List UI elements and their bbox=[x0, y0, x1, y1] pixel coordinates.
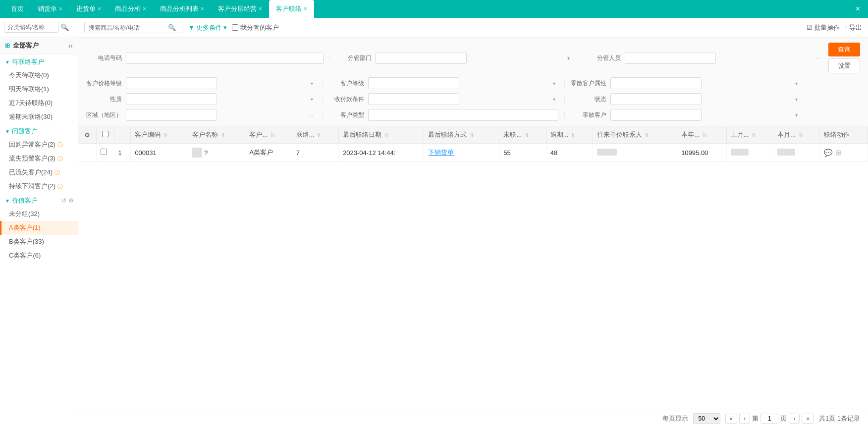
sidebar-item-class-b[interactable]: B类客户(33) bbox=[0, 235, 78, 249]
first-page-button[interactable]: « bbox=[725, 414, 738, 424]
export-button[interactable]: ↑ 导出 bbox=[845, 23, 863, 32]
sort-last-contact-date: ⇅ bbox=[384, 132, 388, 138]
value-customers-refresh-icon[interactable]: ↺ bbox=[61, 197, 66, 204]
th-last-month[interactable]: 上月... ⇅ bbox=[726, 126, 773, 144]
warn-icon-repurchase: ⓘ bbox=[57, 141, 63, 149]
filter-cell-customer-type: 客户类型 bbox=[328, 109, 558, 121]
filter-select-region[interactable] bbox=[126, 109, 217, 121]
chevron-payment-icon: ▾ bbox=[553, 97, 555, 102]
filter-input-customer-type[interactable] bbox=[368, 109, 558, 121]
filter-select-customer-level[interactable] bbox=[368, 77, 459, 89]
customer-avatar bbox=[192, 148, 202, 158]
td-category: A类客户 bbox=[245, 144, 292, 162]
th-unit-contact[interactable]: 往来单位联系人 ⇅ bbox=[593, 126, 677, 144]
query-button[interactable]: 查询 bbox=[828, 43, 860, 56]
th-last-contact-method[interactable]: 最后联络方式 ⇅ bbox=[424, 126, 499, 144]
my-customers-checkbox-label[interactable]: 我分管的客户 bbox=[232, 23, 279, 32]
warn-icon-lost: ⓘ bbox=[54, 169, 60, 176]
sidebar-item-lost[interactable]: 已流失客户(24) ⓘ bbox=[0, 165, 78, 179]
close-goods-analysis-tab[interactable]: × bbox=[143, 5, 146, 12]
th-this-month[interactable]: 本月... ⇅ bbox=[773, 126, 820, 144]
window-close-button[interactable]: × bbox=[852, 4, 864, 13]
close-goods-analysis-list-tab[interactable]: × bbox=[201, 5, 204, 12]
sidebar-item-unclassified[interactable]: 未分组(32) bbox=[0, 207, 78, 221]
problem-customers-arrow: ▼ bbox=[5, 129, 10, 134]
filter-select-nature[interactable] bbox=[126, 93, 217, 105]
last-contact-method-link[interactable]: 下销货单 bbox=[428, 149, 454, 156]
filter-select-retail-customer[interactable]: 全部 bbox=[610, 109, 702, 121]
filter-select-dept[interactable] bbox=[376, 52, 467, 64]
more-conditions-button[interactable]: ▼ 更多条件 ▾ bbox=[188, 23, 227, 32]
th-contact[interactable]: 联络... ⇅ bbox=[292, 126, 338, 144]
sidebar-item-lost-risk[interactable]: 流失预警客户(3) ⓘ bbox=[0, 152, 78, 165]
filter-select-person[interactable] bbox=[625, 52, 716, 64]
nav-purchase[interactable]: 进货单 × bbox=[69, 0, 108, 18]
filter-select-retail-attr[interactable]: 全部 bbox=[610, 77, 702, 89]
page-input[interactable] bbox=[760, 414, 778, 424]
select-all-checkbox[interactable] bbox=[102, 131, 108, 137]
filter-select-status[interactable] bbox=[610, 93, 702, 105]
nav-goods-analysis-list[interactable]: 商品分析列表 × bbox=[153, 0, 211, 18]
filter-select-retail-customer-wrap: 全部 ▾ bbox=[610, 109, 801, 121]
sidebar-item-today[interactable]: 今天待联络(0) bbox=[0, 68, 78, 82]
data-table-area: ⚙ 客户编码 ⇅ 客户名称 ⇅ bbox=[78, 126, 868, 409]
filter-select-price-level[interactable] bbox=[126, 77, 217, 89]
th-seq bbox=[114, 126, 131, 144]
nav-goods-analysis[interactable]: 商品分析 × bbox=[108, 0, 153, 18]
per-page-select[interactable]: 50 100 200 bbox=[693, 413, 720, 424]
sidebar-item-7days[interactable]: 近7天待联络(0) bbox=[0, 96, 78, 110]
th-category[interactable]: 客户... ⇅ bbox=[245, 126, 292, 144]
sidebar-section-pending-contact-items: 今天待联络(0) 明天待联络(1) 近7天待联络(0) 逾期未联络(30) bbox=[0, 68, 78, 124]
th-customer-name[interactable]: 客户名称 ⇅ bbox=[188, 126, 245, 144]
nav-customer-contact[interactable]: 客户联络 × bbox=[269, 0, 314, 18]
value-customers-settings-icon[interactable]: ⚙ bbox=[68, 197, 74, 204]
close-customer-contact-tab[interactable]: × bbox=[304, 5, 307, 12]
th-gear[interactable]: ⚙ bbox=[78, 126, 96, 144]
sidebar-search-icon[interactable]: 🔍 bbox=[60, 23, 69, 31]
sidebar-section-pending-contact[interactable]: ▼ 待联络客户 bbox=[0, 54, 78, 68]
settings-button[interactable]: 设置 bbox=[828, 58, 860, 73]
filter-search-input[interactable] bbox=[89, 24, 168, 31]
filter-cell-price-level: 客户价格等级 ▾ bbox=[86, 77, 316, 89]
filter-cell-dept: 分管部门 ▾ bbox=[336, 52, 573, 64]
nav-customer-segment[interactable]: 客户分层经营 × bbox=[211, 0, 269, 18]
my-customers-checkbox[interactable] bbox=[232, 24, 238, 31]
last-page-button[interactable]: » bbox=[802, 414, 814, 424]
action-chat-icon[interactable]: 💬 bbox=[824, 149, 832, 157]
nav-home[interactable]: 首页 bbox=[4, 0, 31, 18]
filter-cell-nature: 性质 ▾ bbox=[86, 93, 316, 105]
sidebar-item-class-a[interactable]: A类客户(1) bbox=[0, 221, 78, 235]
close-customer-segment-tab[interactable]: × bbox=[259, 5, 262, 12]
filter-cell-payment: 收付款条件 ▾ bbox=[328, 93, 558, 105]
sidebar-section-value-customers[interactable]: ▼ 价值客户 ↺ ⚙ bbox=[0, 193, 78, 207]
filter-cell-customer-level: 客户等级 ▾ bbox=[328, 77, 558, 89]
close-sales-tab[interactable]: × bbox=[59, 5, 62, 12]
th-last-contact-date[interactable]: 最后联络日期 ⇅ bbox=[339, 126, 424, 144]
sidebar-collapse-button[interactable]: ‹‹ bbox=[68, 42, 73, 50]
th-overdue[interactable]: 逾期... ⇅ bbox=[546, 126, 593, 144]
sidebar-item-continuous-decline[interactable]: 持续下滑客户(2) ⓘ bbox=[0, 179, 78, 193]
th-this-year[interactable]: 本年... ⇅ bbox=[677, 126, 727, 144]
next-page-button[interactable]: › bbox=[789, 414, 800, 424]
customer-table: ⚙ 客户编码 ⇅ 客户名称 ⇅ bbox=[78, 126, 868, 162]
sidebar-search-input[interactable] bbox=[4, 22, 58, 33]
close-purchase-tab[interactable]: × bbox=[98, 5, 101, 12]
sidebar-item-tomorrow[interactable]: 明天待联络(1) bbox=[0, 82, 78, 96]
th-no-contact[interactable]: 未联... ⇅ bbox=[499, 126, 546, 144]
th-customer-code[interactable]: 客户编码 ⇅ bbox=[131, 126, 188, 144]
sidebar-section-problem-customers[interactable]: ▼ 问题客户 bbox=[0, 124, 78, 138]
filter-search-icon[interactable]: 🔍 bbox=[168, 24, 176, 31]
chevron-price-level-icon: ▾ bbox=[311, 81, 313, 86]
prev-page-button[interactable]: ‹ bbox=[739, 414, 750, 424]
filter-select-payment[interactable] bbox=[368, 93, 459, 105]
filter-input-phone[interactable] bbox=[126, 52, 324, 64]
sidebar-item-class-c[interactable]: C类客户(6) bbox=[0, 249, 78, 263]
batch-ops-button[interactable]: ☑ 批量操作 bbox=[807, 23, 840, 32]
nav-sales[interactable]: 销货单 × bbox=[31, 0, 69, 18]
row-checkbox[interactable] bbox=[101, 149, 107, 155]
content-area: 🔍 ▼ 更多条件 ▾ 我分管的客户 ☑ 批量操作 ↑ 导出 bbox=[78, 18, 868, 428]
action-qr-icon[interactable]: ⊞ bbox=[835, 149, 841, 157]
filter-cell-retail-attr: 零散客户属性 全部 ▾ bbox=[571, 77, 801, 89]
sidebar-item-repurchase-abnormal[interactable]: 回购异常客户(2) ⓘ bbox=[0, 138, 78, 152]
sidebar-item-overdue-contact[interactable]: 逾期未联络(30) bbox=[0, 110, 78, 124]
